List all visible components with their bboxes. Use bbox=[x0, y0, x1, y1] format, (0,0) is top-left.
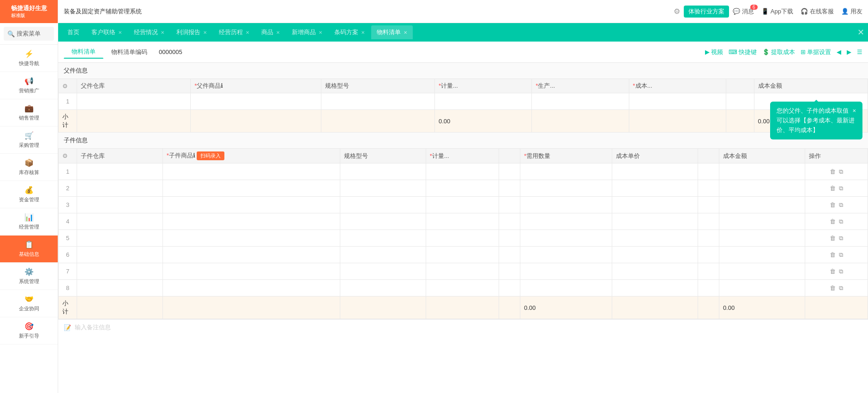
user-button[interactable]: 👤 用友 bbox=[841, 7, 862, 16]
child-row-4-unit[interactable] bbox=[426, 213, 499, 230]
nav-next-btn[interactable]: ▶ bbox=[847, 48, 851, 55]
trial-button[interactable]: 体验行业方案 bbox=[684, 6, 729, 18]
delete-icon-1[interactable]: 🗑 bbox=[830, 168, 836, 175]
child-row-7-spec[interactable] bbox=[340, 263, 426, 280]
subtab-bom-code[interactable]: 物料清单编码 bbox=[103, 46, 155, 59]
sidebar-item-inventory[interactable]: 📦 库存核算 bbox=[0, 154, 58, 181]
parent-row-1-spec[interactable] bbox=[321, 93, 434, 110]
tab-product[interactable]: 商品 ✕ bbox=[256, 25, 285, 39]
copy-icon-7[interactable]: ⧉ bbox=[839, 268, 843, 275]
video-btn[interactable]: ▶ 视频 bbox=[705, 48, 723, 56]
tab-product-close[interactable]: ✕ bbox=[276, 30, 280, 35]
child-row-4-unitcost[interactable] bbox=[612, 213, 698, 230]
tab-new-product[interactable]: 新增商品 ✕ bbox=[286, 25, 328, 39]
child-row-1-unit[interactable] bbox=[426, 163, 499, 180]
child-row-8-product[interactable] bbox=[163, 280, 340, 296]
delete-icon-8[interactable]: 🗑 bbox=[830, 284, 836, 291]
child-row-4-warehouse[interactable] bbox=[77, 213, 163, 230]
online-service-button[interactable]: 🎧 在线客服 bbox=[801, 7, 834, 16]
sidebar-item-operations[interactable]: 📊 经营管理 bbox=[0, 208, 58, 236]
child-row-8-unitcost[interactable] bbox=[612, 280, 698, 296]
parent-row-1-product[interactable] bbox=[191, 93, 321, 110]
note-placeholder[interactable]: 输入备注信息 bbox=[75, 323, 111, 332]
delete-icon-6[interactable]: 🗑 bbox=[830, 251, 836, 258]
copy-icon-3[interactable]: ⧉ bbox=[839, 201, 843, 208]
child-row-4-spec[interactable] bbox=[340, 213, 426, 230]
child-row-6-spec[interactable] bbox=[340, 247, 426, 263]
tab-barcode[interactable]: 条码方案 ✕ bbox=[329, 25, 370, 39]
child-row-2-product[interactable] bbox=[163, 180, 340, 197]
delete-icon-5[interactable]: 🗑 bbox=[830, 235, 836, 242]
child-row-7-unitcost[interactable] bbox=[612, 263, 698, 280]
child-row-5-unit[interactable] bbox=[426, 230, 499, 247]
copy-icon-8[interactable]: ⧉ bbox=[839, 284, 843, 291]
child-row-4-product[interactable] bbox=[163, 213, 340, 230]
child-row-2-warehouse[interactable] bbox=[77, 180, 163, 197]
app-download-button[interactable]: 📱 App下载 bbox=[761, 7, 793, 16]
extract-cost-btn[interactable]: 💲 提取成本 bbox=[762, 48, 795, 56]
tab-customer[interactable]: 客户联络 ✕ bbox=[86, 25, 127, 39]
child-row-6-warehouse[interactable] bbox=[77, 247, 163, 263]
sidebar-item-quicknav[interactable]: ⚡ 快捷导航 bbox=[0, 45, 58, 72]
tab-profit[interactable]: 利润报告 ✕ bbox=[171, 25, 212, 39]
copy-icon-4[interactable]: ⧉ bbox=[839, 218, 843, 225]
subtab-bom[interactable]: 物料清单 bbox=[64, 45, 103, 59]
parent-row-1-warehouse[interactable] bbox=[77, 93, 191, 110]
copy-icon-5[interactable]: ⧉ bbox=[839, 235, 843, 242]
child-row-6-unit[interactable] bbox=[426, 247, 499, 263]
child-row-5-warehouse[interactable] bbox=[77, 230, 163, 247]
parent-col-settings[interactable]: ⚙ bbox=[59, 79, 77, 93]
settings-icon[interactable]: ⚙ bbox=[674, 7, 680, 16]
child-row-3-product[interactable] bbox=[163, 197, 340, 213]
child-row-6-product[interactable] bbox=[163, 247, 340, 263]
child-row-3-unit[interactable] bbox=[426, 197, 499, 213]
parent-row-1-unit[interactable] bbox=[434, 93, 531, 110]
sidebar-item-finance[interactable]: 💰 资金管理 bbox=[0, 181, 58, 208]
child-row-5-spec[interactable] bbox=[340, 230, 426, 247]
child-row-4-qty[interactable] bbox=[520, 213, 612, 230]
child-col-settings[interactable]: ⚙ bbox=[59, 149, 77, 163]
child-row-1-qty[interactable] bbox=[520, 163, 612, 180]
tab-home[interactable]: 首页 bbox=[62, 25, 85, 39]
child-row-7-product[interactable] bbox=[163, 263, 340, 280]
settings-gear-icon[interactable]: ⚙ bbox=[62, 83, 68, 90]
tab-history-close[interactable]: ✕ bbox=[246, 30, 249, 35]
search-menu-button[interactable]: 🔍 搜索菜单 bbox=[4, 27, 54, 41]
message-button[interactable]: 💬 消息 6 bbox=[733, 7, 754, 16]
child-row-3-warehouse[interactable] bbox=[77, 197, 163, 213]
tab-operations[interactable]: 经营情况 ✕ bbox=[128, 25, 170, 39]
child-row-8-unit[interactable] bbox=[426, 280, 499, 296]
child-row-7-unit[interactable] bbox=[426, 263, 499, 280]
close-all-tabs[interactable]: ✕ bbox=[857, 27, 864, 37]
child-settings-gear-icon[interactable]: ⚙ bbox=[62, 152, 68, 159]
delete-icon-4[interactable]: 🗑 bbox=[830, 218, 836, 225]
tab-operations-close[interactable]: ✕ bbox=[161, 30, 164, 35]
child-row-1-warehouse[interactable] bbox=[77, 163, 163, 180]
child-row-8-qty[interactable] bbox=[520, 280, 612, 296]
child-row-8-warehouse[interactable] bbox=[77, 280, 163, 296]
sidebar-item-sales[interactable]: 💼 销售管理 bbox=[0, 99, 58, 127]
child-row-2-qty[interactable] bbox=[520, 180, 612, 197]
child-row-2-unitcost[interactable] bbox=[612, 180, 698, 197]
tab-customer-close[interactable]: ✕ bbox=[118, 30, 122, 35]
sidebar-item-system[interactable]: ⚙️ 系统管理 bbox=[0, 263, 58, 290]
child-row-3-qty[interactable] bbox=[520, 197, 612, 213]
child-row-3-spec[interactable] bbox=[340, 197, 426, 213]
sidebar-item-marketing[interactable]: 📢 营销推广 bbox=[0, 72, 58, 99]
delete-icon-7[interactable]: 🗑 bbox=[830, 268, 836, 275]
sidebar-item-guide[interactable]: 🎯 新手引导 bbox=[0, 317, 58, 345]
single-settings-btn[interactable]: ⊞ 单据设置 bbox=[801, 48, 831, 56]
child-row-8-spec[interactable] bbox=[340, 280, 426, 296]
child-row-3-unitcost[interactable] bbox=[612, 197, 698, 213]
child-row-1-unitcost[interactable] bbox=[612, 163, 698, 180]
sidebar-search-area[interactable]: 🔍 搜索菜单 bbox=[0, 23, 58, 45]
nav-prev-btn[interactable]: ◀ bbox=[837, 48, 841, 55]
parent-row-1-cost[interactable] bbox=[629, 93, 726, 110]
sidebar-item-collab[interactable]: 🤝 企业协同 bbox=[0, 290, 58, 317]
shortcut-btn[interactable]: ⌨ 快捷键 bbox=[729, 48, 757, 56]
child-row-2-spec[interactable] bbox=[340, 180, 426, 197]
child-row-5-qty[interactable] bbox=[520, 230, 612, 247]
parent-row-1-production[interactable] bbox=[532, 93, 629, 110]
scan-input-btn[interactable]: 扫码录入 bbox=[197, 151, 224, 160]
child-row-5-unitcost[interactable] bbox=[612, 230, 698, 247]
